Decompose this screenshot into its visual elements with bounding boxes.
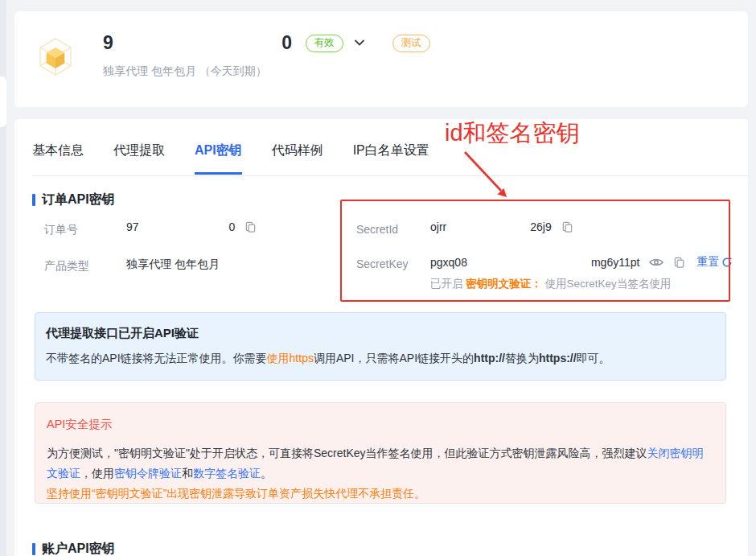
tab-ip-whitelist[interactable]: IP白名单设置 [353,142,429,175]
security-warning-box: API安全提示 为方便测试，"密钥明文验证"处于开启状态，可直接将SecretK… [35,402,726,504]
order-id-redacted [115,35,280,51]
secret-key-redacted [469,257,590,269]
secret-key-value: pgxq08 mg6y11pt 重置 [430,255,733,270]
reset-secret-key-button[interactable]: 重置 [696,255,733,270]
section-accent-bar [32,543,35,555]
api-key-panel: 基本信息 代理提取 API密钥 代码样例 IP白名单设置 订单API密钥 订单号… [14,119,748,556]
secret-id-redacted [448,221,528,233]
digital-signature-auth-link[interactable]: 数字签名验证 [193,467,261,480]
order-subtitle: 独享代理 包年包月 （今天到期） [103,64,430,79]
product-type-value: 独享代理 包年包月 [126,257,220,272]
token-auth-link[interactable]: 密钥令牌验证 [114,467,182,480]
status-badge: 有效 [306,35,343,52]
annotation-text: id和签名密钥 [445,117,580,150]
order-no-label: 订单号 [44,223,78,237]
section-accent-bar [32,194,35,206]
refresh-icon [721,257,733,268]
secret-id-label: SecretId [356,223,398,236]
account-api-key-section-header: 账户API密钥 [32,541,115,556]
product-cube-icon [37,34,74,80]
secret-id-value: ojrr 26j9 [430,220,573,233]
copy-icon[interactable] [244,221,257,233]
tab-api-key[interactable]: API密钥 [195,142,242,175]
security-warning-title: API安全提示 [47,417,708,432]
https-notice-title: 代理提取接口已开启API验证 [46,326,709,341]
eye-icon[interactable] [649,257,664,268]
https-notice-box: 代理提取接口已开启API验证 不带签名的API链接将无法正常使用。你需要使用ht… [35,312,726,381]
order-header-card: 9 0 有效 测试 独享代理 包年包月 （今天到期） [14,11,748,107]
sidebar-active-notch [0,76,6,127]
tab-divider [32,175,748,176]
https-notice-body: 不带签名的API链接将无法正常使用。你需要使用https调用API，只需将API… [46,352,709,366]
tab-code-samples[interactable]: 代码样例 [272,142,323,175]
order-id: 9 0 [103,32,293,54]
tab-bar: 基本信息 代理提取 API密钥 代码样例 IP白名单设置 [32,142,429,175]
chevron-down-icon[interactable] [354,39,365,47]
security-warning-body: 为方便测试，"密钥明文验证"处于开启状态，可直接将SecretKey当作签名使用… [47,443,708,504]
copy-icon[interactable] [673,257,685,269]
plaintext-auth-note: 已开启 密钥明文验证： 使用SecretKey当签名使用 [430,277,671,291]
order-no-redacted [141,221,228,233]
order-api-key-section-header: 订单API密钥 [32,192,115,208]
copy-icon[interactable] [561,221,573,233]
tab-basic-info[interactable]: 基本信息 [32,142,84,175]
order-no-value: 97 0 [126,220,257,233]
product-type-label: 产品类型 [44,259,89,274]
collapsed-sidebar [0,0,6,556]
api-key-page: 9 0 有效 测试 独享代理 包年包月 （今天到期） 基本信息 代理提取 API… [0,0,756,556]
liability-warning-text: 坚持使用“密钥明文验证”出现密钥泄露导致订单资产损失快代理不承担责任。 [47,487,425,500]
use-https-link[interactable]: 使用https [267,352,314,364]
secret-key-label: SecretKey [356,257,409,270]
env-badge: 测试 [392,35,430,52]
tab-proxy-extract[interactable]: 代理提取 [113,142,165,175]
